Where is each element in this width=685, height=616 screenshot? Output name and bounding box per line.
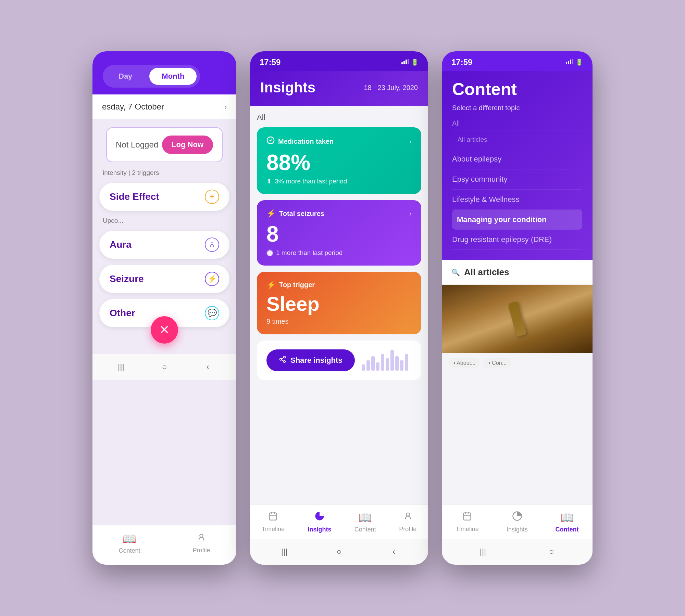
insights-date: 18 - 23 July, 2020	[364, 84, 418, 92]
svg-point-9	[284, 360, 286, 362]
topic-all[interactable]: All	[452, 117, 582, 130]
date-chevron: ›	[224, 103, 227, 111]
medication-card-label: Medication taken	[278, 138, 334, 145]
android-menu-btn-mid[interactable]: |||	[278, 546, 290, 558]
aura-label: Aura	[110, 239, 132, 250]
topic-epsy-community[interactable]: Epsy community	[452, 169, 582, 190]
date-bar[interactable]: esday, 7 October ›	[92, 94, 236, 119]
month-toggle[interactable]: Month	[149, 68, 197, 85]
android-menu-btn-right[interactable]: |||	[477, 546, 489, 558]
android-back-btn-mid[interactable]: ‹	[388, 546, 400, 558]
profile-nav-label: Profile	[192, 547, 210, 554]
topic-about-epilepsy[interactable]: About epilepsy	[452, 149, 582, 169]
svg-rect-17	[566, 62, 567, 64]
phone-middle: 17:59 🔋 Insights 18 - 23	[250, 51, 428, 565]
svg-point-1	[200, 534, 203, 537]
chart-bar-3	[371, 356, 375, 371]
trigger-card[interactable]: ⚡ Top trigger Sleep 9 times	[257, 272, 421, 334]
topic-all-articles[interactable]: All articles	[452, 130, 582, 149]
profile-nav-icon	[197, 532, 206, 545]
all-articles-header: 🔍 All articles	[442, 260, 593, 285]
nav-timeline-middle[interactable]: Timeline	[262, 511, 285, 533]
current-date: esday, 7 October	[102, 102, 164, 112]
topic-list: All All articles About epilepsy Epsy com…	[452, 117, 582, 250]
svg-rect-2	[401, 62, 403, 64]
svg-rect-19	[570, 60, 571, 64]
all-articles-title: All articles	[464, 267, 509, 278]
battery-icon: 🔋	[411, 59, 419, 66]
content-title: Content	[452, 79, 582, 99]
chart-preview	[362, 350, 412, 371]
svg-point-0	[211, 243, 213, 245]
content-nav-label-right: Content	[556, 526, 579, 533]
not-logged-text: Not Logged	[116, 140, 158, 150]
nav-insights-middle-active[interactable]: Insights	[308, 511, 331, 533]
day-toggle[interactable]: Day	[106, 68, 145, 85]
svg-point-8	[280, 358, 282, 360]
android-home-btn-mid[interactable]: ○	[333, 546, 345, 558]
medication-card-header: Medication taken ›	[266, 136, 412, 146]
close-fab-button[interactable]: ✕	[151, 316, 178, 344]
android-menu-btn[interactable]: |||	[115, 361, 127, 373]
left-android-nav: ||| ○ ‹	[92, 354, 236, 380]
chart-bar-1	[362, 364, 365, 371]
right-bottom-nav: Timeline Insights 📖 Content	[442, 504, 593, 539]
content-nav-icon: 📖	[123, 532, 136, 545]
log-now-button[interactable]: Log Now	[162, 136, 213, 154]
android-home-btn[interactable]: ○	[158, 361, 171, 373]
phones-container: Day Month esday, 7 October › Not Logged …	[72, 31, 613, 585]
phone-left-inner: Day Month esday, 7 October › Not Logged …	[92, 51, 236, 565]
trigger-bolt-icon: ⚡	[266, 281, 276, 290]
aura-item[interactable]: Aura	[99, 231, 229, 259]
seizures-card[interactable]: ⚡ Total seizures › 8 ⬤ 1 more than last …	[257, 200, 421, 265]
phone-right-inner: 17:59 🔋 Content Select a	[442, 51, 593, 565]
svg-rect-5	[408, 59, 409, 64]
chart-bar-8	[395, 356, 399, 371]
nav-content-right-active[interactable]: 📖 Content	[556, 511, 579, 533]
trigger-value: Sleep	[266, 293, 412, 315]
medication-value: 88%	[266, 151, 412, 175]
article-image	[442, 285, 593, 353]
chart-bar-4	[376, 362, 379, 371]
search-small-icon: 🔍	[451, 268, 460, 277]
side-effect-label: Side Effect	[110, 191, 159, 202]
android-home-btn-right[interactable]: ○	[545, 546, 558, 558]
svg-rect-4	[406, 60, 407, 64]
right-time: 17:59	[451, 57, 472, 67]
svg-line-10	[282, 360, 284, 361]
nav-profile-left[interactable]: Profile	[192, 532, 210, 554]
seizures-card-label: Total seizures	[279, 210, 324, 218]
seizure-item[interactable]: Seizure ⚡	[99, 265, 229, 293]
android-back-btn[interactable]: ‹	[202, 361, 214, 373]
content-nav-icon-mid: 📖	[358, 511, 372, 524]
middle-android-nav: ||| ○ ‹	[250, 539, 428, 565]
seizures-subtitle: ⬤ 1 more than last period	[266, 249, 412, 257]
signal-icon	[401, 59, 409, 66]
svg-point-16	[406, 513, 409, 516]
nav-profile-middle[interactable]: Profile	[399, 511, 416, 533]
seizure-icon: ⚡	[205, 272, 219, 286]
nav-timeline-right[interactable]: Timeline	[456, 511, 478, 533]
content-nav-label: Content	[119, 547, 140, 554]
svg-point-7	[284, 356, 286, 358]
nav-content-middle[interactable]: 📖 Content	[354, 511, 376, 533]
side-effect-icon: +	[205, 190, 219, 204]
medication-card[interactable]: Medication taken › 88% ⬆ 3% more than la…	[257, 127, 421, 194]
timeline-nav-label: Timeline	[262, 526, 285, 533]
svg-rect-21	[464, 513, 471, 520]
topic-lifestyle[interactable]: Lifestyle & Wellness	[452, 190, 582, 210]
topic-managing-condition[interactable]: Managing your condition	[452, 210, 582, 230]
topic-drug-resistant[interactable]: Drug resistant epilepsy (DRE)	[452, 230, 582, 250]
right-status-icons: 🔋	[566, 59, 583, 66]
nav-insights-right[interactable]: Insights	[507, 511, 528, 533]
trigger-label: Top trigger	[279, 281, 315, 289]
right-battery-icon: 🔋	[575, 59, 583, 66]
chart-bar-2	[366, 360, 370, 371]
intensity-bar: intensity | 2 triggers	[99, 169, 229, 177]
share-insights-button[interactable]: Share insights	[266, 349, 355, 371]
side-effect-item[interactable]: Side Effect +	[99, 183, 229, 211]
seizure-label: Seizure	[110, 273, 144, 284]
middle-time: 17:59	[260, 57, 281, 67]
seizures-card-header: ⚡ Total seizures ›	[266, 209, 412, 218]
nav-content-left[interactable]: 📖 Content	[119, 532, 140, 554]
